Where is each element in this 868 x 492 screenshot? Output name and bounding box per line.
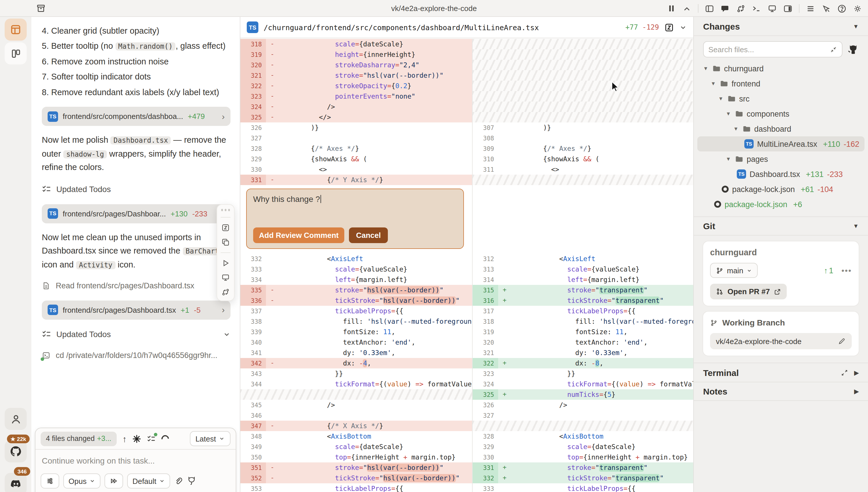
diff-row: 353 tickLabelProps={{333 tickLabelProps=…	[240, 483, 693, 492]
chevron-right-icon: ›	[222, 110, 225, 124]
menu-icon[interactable]	[806, 4, 815, 13]
updated-todos-row[interactable]: Updated Todos	[42, 183, 231, 196]
diff-view-icon[interactable]	[221, 223, 230, 232]
todos-status-icon[interactable]	[147, 434, 156, 443]
expand-icon[interactable]	[841, 369, 848, 376]
collapse-icon[interactable]	[682, 4, 691, 13]
notes-section-header[interactable]: Notes ▶	[694, 382, 868, 401]
fast-forward-button[interactable]	[104, 473, 123, 489]
review-comment-box[interactable]: Why this change ?Add Review CommentCance…	[246, 189, 464, 249]
chevron-down-icon[interactable]	[679, 24, 687, 31]
model-dropdown[interactable]: Opus	[63, 473, 100, 489]
changed-files-tree: ▼churnguard▼frontend▼src▼components▼dash…	[694, 61, 868, 212]
diff-row: 328 {/* Axes */}309 {/* Axes */}	[240, 143, 693, 154]
file-change-chip[interactable]: TSfrontend/src/pages/Dashboar...+130-233…	[42, 204, 231, 223]
file-change-chip[interactable]: TSfrontend/src/components/dashboa...+479…	[42, 107, 231, 126]
loading-spinner	[160, 434, 171, 444]
play-icon[interactable]	[221, 259, 230, 267]
checklist-icon	[42, 329, 51, 339]
mode-dropdown[interactable]: Default	[127, 473, 170, 489]
todo-green-dot	[154, 433, 158, 436]
diff-row: 344 tickFormat={(value) => formatValue(v…	[240, 379, 693, 389]
working-branch-card: Working Branch vk/4e2a-explore-the-code	[703, 312, 859, 356]
diff-view-icon[interactable]	[664, 22, 674, 32]
copy-icon[interactable]	[221, 238, 230, 246]
tree-item-pages[interactable]: ▼pages	[697, 151, 865, 167]
diff-row: 325- </>	[240, 112, 693, 122]
settings-sliders-button[interactable]	[41, 473, 59, 489]
monitor-icon[interactable]	[221, 273, 230, 282]
tree-item-frontend[interactable]: ▼frontend	[697, 76, 865, 91]
monitor-icon[interactable]	[768, 4, 777, 13]
chevron-right-icon[interactable]: ▶	[854, 388, 859, 395]
files-changed-chip[interactable]: 4 files changed+3...	[41, 432, 117, 446]
panel-right-icon[interactable]	[783, 4, 793, 13]
diff-row: 352- tickStroke="hsl(var(--border))"332+…	[240, 473, 693, 483]
file-search[interactable]	[703, 41, 842, 57]
layout-panel-icon[interactable]	[5, 19, 27, 41]
cancel-button[interactable]: Cancel	[349, 227, 388, 243]
archive-icon[interactable]	[36, 3, 46, 13]
tree-item-components[interactable]: ▼components	[697, 106, 865, 121]
tree-item-package-lock-json[interactable]: package-lock.json+6	[697, 197, 865, 212]
diff-row: 324- />	[240, 101, 693, 112]
pause-icon[interactable]	[667, 4, 676, 13]
review-comment-block: Why this change ?Add Review CommentCance…	[240, 185, 693, 253]
tree-item-src[interactable]: ▼src	[697, 91, 865, 106]
discord-icon[interactable]: 346	[5, 473, 27, 492]
spark-icon[interactable]	[133, 434, 141, 443]
account-icon[interactable]	[5, 408, 27, 430]
github-cat-icon[interactable]	[848, 44, 859, 55]
changes-section-header[interactable]: Changes▼	[694, 17, 868, 36]
checklist-icon	[42, 184, 51, 194]
tree-item-dashboard[interactable]: ▼dashboard	[697, 121, 865, 136]
latest-dropdown[interactable]: Latest	[190, 431, 231, 446]
diff-row: 346327	[240, 410, 693, 421]
tree-item-multilinearea-tsx[interactable]: TSMultiLineArea.tsx+110-162	[697, 136, 865, 151]
attach-paperclip-icon[interactable]	[174, 476, 183, 485]
help-icon[interactable]	[837, 4, 846, 13]
git-compare-icon[interactable]	[736, 4, 746, 13]
ts-icon: TS	[737, 169, 746, 179]
read-file-row[interactable]: Read frontend/src/pages/Dashboard.tsx	[42, 280, 231, 292]
diff-body[interactable]: 318- scale={dateScale}319- height={inner…	[240, 39, 693, 492]
branch-dropdown[interactable]: main	[710, 263, 758, 278]
git-compare-icon[interactable]	[221, 288, 230, 296]
git-section-header[interactable]: Git▼	[694, 216, 868, 236]
chevron-down-icon[interactable]	[223, 330, 231, 338]
message-input[interactable]: Continue working on this task...	[36, 450, 236, 469]
comment-text-input[interactable]: Why this change ?	[253, 194, 457, 204]
chat-bubble-icon[interactable]	[721, 4, 730, 13]
assistant-text: 5. Better tooltip (no Math.random(), gla…	[42, 40, 231, 53]
commits-ahead[interactable]: ↑1	[824, 266, 834, 275]
github-icon[interactable]: ★ 22k	[5, 440, 27, 462]
collapse-tree-icon[interactable]	[830, 46, 837, 53]
github-cat-icon[interactable]	[187, 476, 196, 486]
scroll-up-icon[interactable]: ↑	[122, 434, 127, 444]
diff-row: 330 <>311 <>	[240, 164, 693, 175]
working-branch-field[interactable]: vk/4e2a-explore-the-code	[710, 333, 852, 349]
chevron-right-icon[interactable]: ▶	[854, 369, 859, 376]
drag-handle[interactable]	[221, 209, 230, 211]
edit-pencil-icon[interactable]	[838, 337, 846, 345]
file-change-chip[interactable]: TSfrontend/src/pages/Dashboard.tsx+1-5›	[42, 300, 231, 320]
search-files-input[interactable]	[708, 45, 830, 54]
add-review-comment-button[interactable]: Add Review Comment	[253, 227, 345, 243]
tree-item-dashboard-tsx[interactable]: TSDashboard.tsx+131-233	[697, 167, 865, 181]
more-options-icon[interactable]: •••	[842, 266, 852, 275]
terminal-icon[interactable]	[752, 4, 761, 13]
kanban-board-icon[interactable]	[5, 42, 27, 65]
panel-left-icon[interactable]	[705, 4, 714, 13]
updated-todos-row[interactable]: Updated Todos	[42, 328, 231, 341]
pointer-share-icon[interactable]	[822, 4, 831, 13]
tree-item-churnguard[interactable]: ▼churnguard	[697, 61, 865, 76]
terminal-section-header[interactable]: Terminal ▶	[694, 363, 868, 382]
diff-row: 351- stroke="hsl(var(--border))"331+ str…	[240, 462, 693, 473]
app-window: vk/4e2a-explore-the-code	[0, 0, 868, 492]
settings-gear-icon[interactable]	[853, 4, 862, 13]
terminal-command-row[interactable]: cd /private/var/folders/10/h7w0q46556ggr…	[42, 349, 231, 362]
tree-item-package-lock-json[interactable]: package-lock.json+61-104	[697, 181, 865, 197]
assistant-text: 8. Remove redundant axis labels (x/y lab…	[42, 86, 231, 99]
folder-icon	[727, 95, 736, 103]
open-pr-button[interactable]: Open PR #7	[710, 284, 787, 299]
